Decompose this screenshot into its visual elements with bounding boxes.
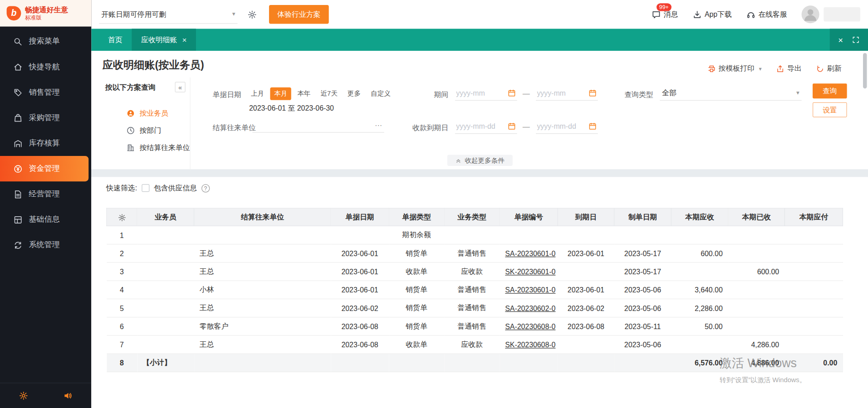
salesperson-icon [126, 109, 135, 118]
include-supplier-checkbox[interactable] [142, 184, 149, 192]
column-header[interactable]: 本期应收 [671, 208, 728, 226]
cell-biz-type: 普通销售 [444, 281, 500, 299]
column-header[interactable]: 业务员 [137, 208, 194, 226]
column-header[interactable]: 结算往来单位 [194, 208, 331, 226]
due-start-input[interactable]: yyyy-mm-dd [455, 120, 517, 134]
fullscreen-icon[interactable] [852, 36, 860, 44]
cell-received [728, 299, 785, 317]
tab-label: 应收明细账 [141, 35, 177, 45]
cell-made: 2023-05-06 [614, 281, 672, 299]
column-header[interactable]: 单据日期 [331, 208, 389, 226]
sidebar: b 畅捷通好生意 标准版 搜索菜单 快捷导航 销售管理 采购管理 [0, 0, 91, 408]
tab-home[interactable]: 首页 [98, 29, 132, 51]
cell-receivable: 3,640.00 [671, 281, 728, 299]
period-end-input[interactable]: yyyy-mm [536, 86, 598, 101]
column-header[interactable]: 业务类型 [444, 208, 500, 226]
sidebar-item-operation[interactable]: 经营管理 [0, 181, 91, 207]
tab-receivable-ledger[interactable]: 应收明细账 × [132, 29, 196, 51]
query-button[interactable]: 查询 [813, 83, 847, 98]
due-end-input[interactable]: yyyy-mm-dd [536, 120, 598, 134]
more-options-icon[interactable]: ⋯ [375, 121, 382, 129]
collapse-panel-icon[interactable]: « [175, 82, 186, 92]
sidebar-item-search-menu[interactable]: 搜索菜单 [0, 29, 91, 54]
messages-badge: 99+ [657, 3, 672, 11]
settings-gear-button[interactable] [247, 10, 257, 19]
sidebar-item-label: 库存核算 [29, 138, 59, 148]
print-by-template-button[interactable]: 按模板打印 ▾ [707, 63, 762, 73]
table-row[interactable]: 7王总2023-06-08收款单应收款SK-20230608-02023-05-… [107, 335, 843, 354]
cell-no: 1 [107, 226, 137, 244]
online-service-button[interactable]: 在线客服 [746, 10, 787, 19]
scheme-items: 按业务员 按部门 按结算往来单位 [98, 105, 190, 156]
range-pill-last-month[interactable]: 上月 [247, 87, 268, 100]
doc-no-link[interactable]: SA-20230602-0 [505, 304, 555, 312]
speaker-icon[interactable] [63, 391, 73, 401]
export-button[interactable]: 导出 [776, 63, 801, 73]
column-header[interactable]: 制单日期 [614, 208, 672, 226]
calendar-icon[interactable] [588, 122, 597, 131]
period-start-input[interactable]: yyyy-mm [455, 86, 517, 101]
range-pill-this-year[interactable]: 本年 [294, 87, 314, 100]
sidebar-item-quick-nav[interactable]: 快捷导航 [0, 54, 91, 80]
messages-button[interactable]: 99+ 消息 [652, 10, 678, 19]
trial-solution-button[interactable]: 体验行业方案 [269, 5, 329, 24]
range-pill-custom[interactable]: 自定义 [367, 87, 394, 100]
table-row[interactable]: 8【小计】6,576.004,886.000.00 [107, 354, 843, 372]
due-end-placeholder: yyyy-mm-dd [537, 122, 576, 131]
gear-icon[interactable] [19, 391, 28, 401]
doc-no-link[interactable]: SK-20230608-0 [505, 340, 555, 349]
doc-no-link[interactable]: SA-20230608-0 [505, 322, 555, 330]
range-pill-last-7-days[interactable]: 近7天 [317, 87, 342, 100]
refresh-button[interactable]: 刷新 [816, 63, 841, 73]
doc-no-link[interactable]: SA-20230601-0 [505, 249, 555, 257]
settings-button[interactable]: 设置 [813, 102, 847, 117]
column-header[interactable]: 本期应付 [785, 208, 843, 226]
sidebar-item-sales[interactable]: 销售管理 [0, 80, 91, 105]
calendar-icon[interactable] [508, 122, 516, 131]
calendar-icon[interactable] [508, 89, 516, 97]
table-row[interactable]: 6零散客户2023-06-08销货单普通销售SA-20230608-02023-… [107, 317, 843, 335]
sidebar-item-inventory[interactable]: 库存核算 [0, 131, 91, 156]
cell-no: 7 [107, 335, 137, 354]
settle-unit-input[interactable]: ⋯ [252, 118, 384, 133]
help-icon[interactable]: ? [201, 184, 210, 192]
table-row[interactable]: 2王总2023-06-01销货单普通销售SA-20230601-02023-06… [107, 244, 843, 262]
document-icon [13, 189, 23, 199]
calendar-icon[interactable] [588, 89, 597, 97]
sidebar-item-purchase[interactable]: 采购管理 [0, 105, 91, 131]
cell-received [728, 317, 785, 335]
close-icon[interactable]: × [838, 35, 843, 44]
scheme-item-by-department[interactable]: 按部门 [98, 121, 190, 139]
avatar[interactable] [802, 5, 819, 23]
vertical-scrollbar[interactable] [863, 53, 867, 406]
person-icon [802, 5, 819, 23]
range-pill-this-month[interactable]: 本月 [270, 87, 291, 100]
scrollbar-thumb[interactable] [863, 53, 867, 88]
table-row[interactable]: 4小林2023-06-01销货单普通销售SA-20230601-02023-06… [107, 281, 843, 299]
sidebar-item-funds[interactable]: 资金管理 [0, 156, 88, 181]
column-header[interactable]: 本期已收 [728, 208, 785, 226]
cell-doc-type: 销货单 [389, 281, 444, 299]
table-row[interactable]: 5王总2023-06-02销货单普通销售SA-20230602-02023-06… [107, 299, 843, 317]
scheme-item-by-settlement-unit[interactable]: 按结算往来单位 [98, 139, 190, 156]
table-row[interactable]: 1期初余额 [107, 226, 843, 244]
sidebar-item-system[interactable]: 系统管理 [0, 232, 91, 257]
account-period-dropdown[interactable]: 开账日期可停用可删 ▾ [99, 5, 237, 24]
column-header[interactable]: 单据类型 [389, 208, 444, 226]
doc-no-link[interactable]: SA-20230601-0 [505, 286, 555, 294]
table-row[interactable]: 3王总2023-06-01收款单应收款SK-20230601-02023-05-… [107, 262, 843, 281]
scheme-item-label: 按业务员 [139, 108, 168, 118]
ledger-table: 业务员 结算往来单位 单据日期 单据类型 业务类型 单据编号 到期日 制单日期 … [106, 208, 843, 372]
sidebar-item-base-info[interactable]: 基础信息 [0, 207, 91, 232]
column-header[interactable]: 到期日 [558, 208, 614, 226]
collapse-more-conditions[interactable]: 收起更多条件 [447, 155, 512, 166]
app-download-button[interactable]: App下载 [692, 10, 732, 19]
scheme-item-by-salesperson[interactable]: 按业务员 [98, 105, 190, 122]
range-pill-more[interactable]: 更多 [343, 87, 364, 100]
column-header[interactable]: 单据编号 [500, 208, 558, 226]
cell-payable [785, 226, 843, 244]
doc-no-link[interactable]: SK-20230601-0 [505, 267, 555, 276]
query-type-select[interactable]: 全部 ▾ [660, 85, 801, 101]
gear-icon[interactable] [118, 213, 126, 221]
tab-close-icon[interactable]: × [182, 35, 186, 44]
